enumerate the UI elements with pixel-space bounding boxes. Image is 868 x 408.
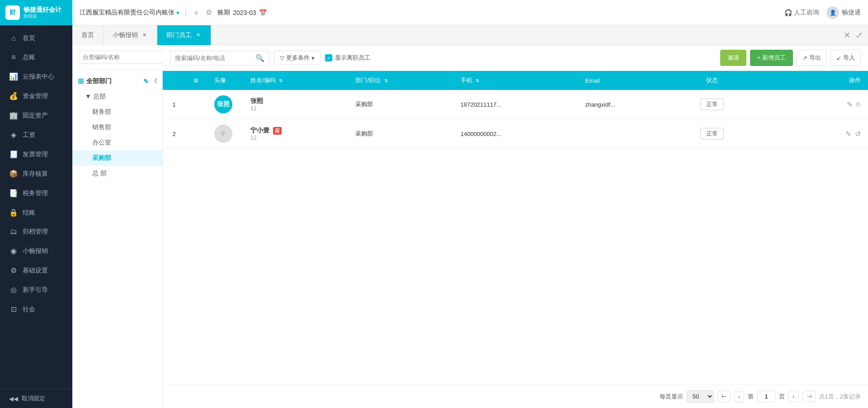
export-button[interactable]: ↗ 导出 xyxy=(797,50,827,66)
avatar: 👤 xyxy=(826,6,839,19)
col-email: Email xyxy=(578,71,678,90)
table-row: 2 宁 宁小壹 应 12 xyxy=(163,119,868,149)
restore-icon[interactable]: ↺ xyxy=(855,130,861,138)
add-company-button[interactable]: ＋ xyxy=(192,7,200,18)
sidebar-item-fixed-assets[interactable]: 🏢 固定资产 xyxy=(0,106,72,125)
dept-edit-icon[interactable]: ✎ xyxy=(143,78,149,85)
employee-name: 张熙 xyxy=(250,97,341,105)
period-selector[interactable]: 账期 2023-03 📅 xyxy=(217,9,266,17)
reports-icon: 📊 xyxy=(9,72,18,81)
sidebar-item-home[interactable]: ⌂ 首页 xyxy=(0,29,72,48)
sidebar-item-label: 归档管理 xyxy=(23,228,48,236)
right-panel: 🔍 ▽ 更多条件 ▾ 显示离职员工 邀请 + 新增员工 xyxy=(163,45,868,408)
col-dept-position[interactable]: 部门/职位 ⇅ xyxy=(348,71,453,90)
tab-home-label: 首页 xyxy=(81,31,94,39)
sidebar-item-tax[interactable]: 📑 税务管理 xyxy=(0,183,72,203)
invite-button[interactable]: 邀请 xyxy=(720,50,746,66)
ledger-icon: ≡ xyxy=(9,53,18,61)
sidebar-item-guide[interactable]: ◎ 新手引导 xyxy=(0,280,72,300)
sidebar-item-closing[interactable]: 🔒 结账 xyxy=(0,203,72,222)
col-settings[interactable]: ⚙ xyxy=(185,71,207,90)
inventory-icon: 📦 xyxy=(9,169,18,178)
dept-header-all[interactable]: ⊞ 全部部门 ✎ 《 xyxy=(72,73,162,89)
tab-dept-employee-label: 部门员工 xyxy=(166,31,192,39)
dept-search-input[interactable] xyxy=(78,51,164,64)
app-edition: 旗舰版 xyxy=(24,13,61,19)
archive-icon: 🗂 xyxy=(9,228,18,236)
tab-dept-employee[interactable]: 部门员工 ✕ xyxy=(157,25,211,45)
username: 畅捷通 xyxy=(842,9,861,17)
sidebar-item-reports[interactable]: 📊 云报表中心 xyxy=(0,67,72,86)
service-button[interactable]: 🎧 人工咨询 xyxy=(784,9,819,17)
filter-button[interactable]: ▽ 更多条件 ▾ xyxy=(274,51,321,65)
add-employee-button[interactable]: + 新增员工 xyxy=(750,50,793,66)
status-badge: 正常 xyxy=(700,98,724,110)
user-menu[interactable]: 👤 畅捷通 xyxy=(826,6,861,19)
dept-item-label: 总 部 xyxy=(92,169,107,177)
prev-page-button[interactable]: ‹ xyxy=(734,391,744,402)
sidebar: 财 畅捷通好会计 旗舰版 ⌂ 首页 ≡ 总账 📊 云报表中心 💰 资金管理 🏢 … xyxy=(0,0,72,408)
per-page-select[interactable]: 50 100 200 xyxy=(687,390,714,403)
next-page-button[interactable]: › xyxy=(788,391,798,402)
dept-item-zongbu[interactable]: ▼ 总部 xyxy=(72,89,162,104)
resigned-checkbox[interactable] xyxy=(325,54,332,61)
row-avatar: 宁 xyxy=(207,119,243,149)
dept-item-bangong[interactable]: 办公室 xyxy=(72,135,162,150)
sidebar-item-assets-mgmt[interactable]: 💰 资金管理 xyxy=(0,86,72,106)
show-resigned-toggle[interactable]: 显示离职员工 xyxy=(325,54,370,62)
col-status: 状态 xyxy=(678,71,746,90)
tab-close-action[interactable]: ✕ xyxy=(842,28,852,42)
main-area: 江西服宝精品有限责任公司内账张 ▾ | ＋ ⚙ 账期 2023-03 📅 🎧 人… xyxy=(72,0,868,408)
search-icon[interactable]: 🔍 xyxy=(255,54,264,62)
employee-toolbar: 🔍 ▽ 更多条件 ▾ 显示离职员工 邀请 + 新增员工 xyxy=(163,45,868,71)
action-icons: ✎ ↺ xyxy=(753,130,861,138)
per-page-label: 每页显示 xyxy=(660,393,683,401)
tab-expense-report-close[interactable]: ✕ xyxy=(141,32,148,39)
row-email: zhangxidf... xyxy=(578,90,678,119)
tab-home[interactable]: 首页 xyxy=(72,25,104,45)
sidebar-item-invoice[interactable]: 🧾 发票管理 xyxy=(0,145,72,164)
tab-expense-report[interactable]: 小畅报销 ✕ xyxy=(104,25,157,45)
col-avatar: 头像 xyxy=(207,71,243,90)
employee-table-container: ⚙ 头像 姓名/编码 ⇅ 部门/职位 ⇅ 手机 ⇅ Email xyxy=(163,71,868,385)
dept-item-xiaoshou[interactable]: 销售部 xyxy=(72,120,162,135)
logout-icon[interactable]: ⎋ xyxy=(856,100,861,108)
row-name-code: 张熙 11 xyxy=(243,90,348,119)
tab-maximize-action[interactable]: ⤢ xyxy=(854,28,864,42)
company-selector[interactable]: 江西服宝精品有限责任公司内账张 ▾ xyxy=(80,9,179,17)
dept-search-box: 🔍 xyxy=(72,45,162,70)
col-name-code[interactable]: 姓名/编码 ⇅ xyxy=(243,71,348,90)
sidebar-item-inventory[interactable]: 📦 库存核算 xyxy=(0,164,72,183)
edit-icon[interactable]: ✎ xyxy=(847,100,853,109)
sidebar-item-label: 库存核算 xyxy=(23,170,48,178)
closing-icon: 🔒 xyxy=(9,208,18,217)
edit-icon[interactable]: ✎ xyxy=(845,130,851,138)
dept-item-caigou[interactable]: 采购部 xyxy=(72,150,162,166)
first-page-button[interactable]: ⊢ xyxy=(717,391,731,402)
tab-dept-employee-close[interactable]: ✕ xyxy=(194,32,202,39)
last-page-button[interactable]: ⊣ xyxy=(802,391,816,402)
sort-arrows-dept: ⇅ xyxy=(384,78,388,83)
sidebar-item-payroll[interactable]: ◈ 工资 xyxy=(0,125,72,145)
employee-search-input[interactable] xyxy=(175,55,253,61)
sidebar-item-ledger[interactable]: ≡ 总账 xyxy=(0,48,72,67)
row-settings xyxy=(185,119,207,149)
sort-arrows-name: ⇅ xyxy=(279,78,283,83)
sidebar-item-settings[interactable]: ⚙ 基础设置 xyxy=(0,261,72,280)
dept-item-zong-bu-sub[interactable]: 总 部 xyxy=(72,166,162,181)
row-email xyxy=(578,119,678,149)
topbar-settings-button[interactable]: ⚙ xyxy=(206,8,212,17)
sidebar-item-archive[interactable]: 🗂 归档管理 xyxy=(0,222,72,241)
sidebar-item-expense[interactable]: ◉ 小畅报销 xyxy=(0,241,72,261)
dept-item-label: 销售部 xyxy=(92,123,111,131)
col-phone[interactable]: 手机 ⇅ xyxy=(453,71,578,90)
collapse-icon[interactable]: 《 xyxy=(151,77,157,85)
cancel-pin-button[interactable]: ◀◀ 取消固定 xyxy=(0,389,72,408)
dept-item-caiwu[interactable]: 财务部 xyxy=(72,104,162,120)
sidebar-item-label: 结账 xyxy=(23,209,35,217)
page-input[interactable] xyxy=(757,391,775,402)
import-button[interactable]: ↙ 导入 xyxy=(830,50,861,66)
dept-tree: ⊞ 全部部门 ✎ 《 ▼ 总部 财务部 销售部 办公室 xyxy=(72,70,162,408)
sidebar-item-partner[interactable]: ⊡ 社会 xyxy=(0,300,72,319)
row-status: 正常 xyxy=(678,90,746,119)
